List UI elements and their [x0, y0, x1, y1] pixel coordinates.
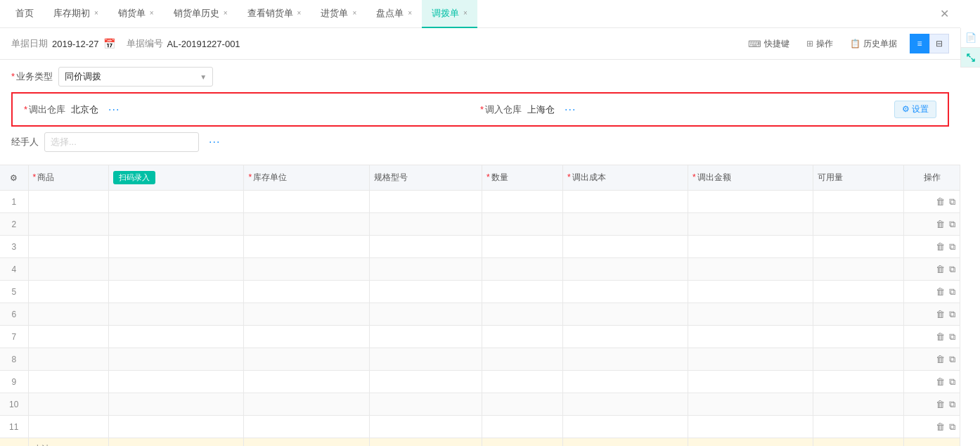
goods-cell[interactable] [28, 281, 109, 303]
layout-list-button[interactable]: ≡ [910, 34, 929, 53]
tab-进货单[interactable]: 进货单× [311, 0, 366, 28]
goods-cell[interactable] [28, 303, 109, 326]
unit-cell[interactable] [244, 213, 369, 236]
sidebar-expand-icon[interactable] [961, 48, 980, 68]
delete-row-icon[interactable]: 🗑 [936, 286, 945, 297]
copy-row-icon[interactable]: ⧉ [949, 264, 955, 275]
goods-cell[interactable] [28, 348, 109, 371]
cost-cell[interactable] [562, 213, 688, 236]
cost-cell[interactable] [562, 303, 688, 326]
unit-cell[interactable] [244, 348, 369, 371]
tab-库存期初[interactable]: 库存期初× [44, 0, 108, 28]
unit-cell[interactable] [244, 303, 369, 326]
amount-cell[interactable] [688, 326, 813, 348]
goods-cell[interactable] [28, 236, 109, 258]
out-warehouse-more-button[interactable]: ··· [108, 103, 120, 116]
spec-cell[interactable] [369, 326, 482, 348]
unit-cell[interactable] [244, 236, 369, 258]
tab-销货单历史[interactable]: 销货单历史× [164, 0, 238, 28]
tab-close-icon[interactable]: × [150, 9, 154, 17]
spec-cell[interactable] [369, 393, 482, 416]
handler-more-button[interactable]: ··· [209, 136, 220, 148]
copy-row-icon[interactable]: ⧉ [949, 309, 955, 320]
copy-row-icon[interactable]: ⧉ [949, 241, 955, 253]
spec-cell[interactable] [369, 303, 482, 326]
goods-cell[interactable] [28, 258, 109, 281]
delete-row-icon[interactable]: 🗑 [936, 354, 945, 364]
handler-select[interactable]: 选择... [44, 132, 199, 152]
tab-close-icon[interactable]: × [94, 9, 98, 17]
tab-首页[interactable]: 首页 [6, 0, 44, 28]
goods-cell[interactable] [28, 213, 109, 236]
sidebar-note-icon[interactable]: 📄 [961, 28, 980, 48]
col-gear[interactable]: ⚙ [0, 165, 28, 191]
amount-cell[interactable] [688, 191, 813, 213]
amount-cell[interactable] [688, 213, 813, 236]
scan-button[interactable]: 扫码录入 [113, 171, 155, 184]
goods-cell[interactable] [28, 371, 109, 393]
goods-cell[interactable] [28, 326, 109, 348]
goods-cell[interactable] [28, 191, 109, 213]
qty-cell[interactable] [482, 416, 563, 438]
copy-row-icon[interactable]: ⧉ [949, 196, 955, 208]
tab-调拨单[interactable]: 调拨单× [422, 0, 477, 28]
spec-cell[interactable] [369, 348, 482, 371]
spec-cell[interactable] [369, 416, 482, 438]
col-scan[interactable]: 扫码录入 [109, 165, 244, 191]
spec-cell[interactable] [369, 371, 482, 393]
cost-cell[interactable] [562, 371, 688, 393]
calendar-icon[interactable]: 📅 [103, 38, 115, 49]
tab-销货单[interactable]: 销货单× [108, 0, 164, 28]
settings-button[interactable]: ⚙ 设置 [894, 101, 936, 118]
goods-cell[interactable] [28, 393, 109, 416]
spec-cell[interactable] [369, 213, 482, 236]
copy-row-icon[interactable]: ⧉ [949, 354, 955, 365]
amount-cell[interactable] [688, 258, 813, 281]
tab-close-icon[interactable]: × [224, 9, 228, 17]
spec-cell[interactable] [369, 281, 482, 303]
cost-cell[interactable] [562, 393, 688, 416]
qty-cell[interactable] [482, 348, 563, 371]
spec-cell[interactable] [369, 191, 482, 213]
qty-cell[interactable] [482, 281, 563, 303]
tab-close-icon[interactable]: × [463, 9, 468, 17]
cost-cell[interactable] [562, 281, 688, 303]
delete-row-icon[interactable]: 🗑 [936, 399, 945, 409]
in-warehouse-more-button[interactable]: ··· [565, 103, 576, 116]
actions-button[interactable]: ⊞ 操作 [802, 36, 837, 52]
copy-row-icon[interactable]: ⧉ [949, 219, 955, 230]
delete-row-icon[interactable]: 🗑 [936, 264, 945, 274]
copy-row-icon[interactable]: ⧉ [949, 421, 955, 433]
copy-row-icon[interactable]: ⧉ [949, 376, 955, 388]
cost-cell[interactable] [562, 236, 688, 258]
tab-close-icon[interactable]: × [352, 9, 356, 17]
unit-cell[interactable] [244, 326, 369, 348]
unit-cell[interactable] [244, 416, 369, 438]
amount-cell[interactable] [688, 371, 813, 393]
spec-cell[interactable] [369, 236, 482, 258]
layout-grid-button[interactable]: ⊟ [929, 34, 949, 53]
delete-row-icon[interactable]: 🗑 [936, 219, 945, 229]
history-button[interactable]: 📋 历史单据 [846, 36, 901, 52]
unit-cell[interactable] [244, 191, 369, 213]
window-close-button[interactable]: ✕ [934, 4, 955, 25]
delete-row-icon[interactable]: 🗑 [936, 241, 945, 252]
amount-cell[interactable] [688, 281, 813, 303]
cost-cell[interactable] [562, 326, 688, 348]
copy-row-icon[interactable]: ⧉ [949, 286, 955, 298]
delete-row-icon[interactable]: 🗑 [936, 196, 945, 207]
shortcuts-button[interactable]: ⌨ 快捷键 [744, 36, 794, 52]
qty-cell[interactable] [482, 371, 563, 393]
delete-row-icon[interactable]: 🗑 [936, 309, 945, 319]
tab-close-icon[interactable]: × [297, 9, 302, 17]
qty-cell[interactable] [482, 326, 563, 348]
cost-cell[interactable] [562, 258, 688, 281]
delete-row-icon[interactable]: 🗑 [936, 331, 945, 342]
spec-cell[interactable] [369, 258, 482, 281]
qty-cell[interactable] [482, 213, 563, 236]
qty-cell[interactable] [482, 393, 563, 416]
qty-cell[interactable] [482, 258, 563, 281]
column-settings-icon[interactable]: ⚙ [10, 173, 18, 183]
amount-cell[interactable] [688, 303, 813, 326]
cost-cell[interactable] [562, 416, 688, 438]
